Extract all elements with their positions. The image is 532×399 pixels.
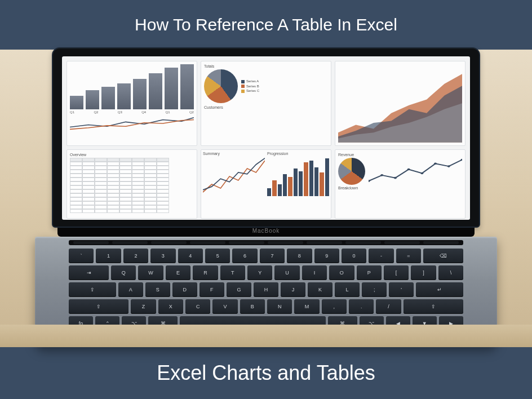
sparkline	[70, 116, 194, 131]
key: P	[357, 265, 382, 280]
pie-legend: Series A Series B Series C	[241, 79, 259, 92]
key: U	[274, 265, 299, 280]
key: H	[254, 282, 278, 297]
pie-label-1: Totals	[204, 64, 328, 68]
key: C	[185, 299, 210, 314]
key: 9	[314, 249, 339, 263]
key: ⇥	[69, 265, 109, 280]
key: Z	[131, 299, 156, 314]
header-bar: How To Reference A Table In Excel	[0, 0, 532, 50]
key: E	[166, 265, 190, 280]
key: J	[281, 282, 305, 297]
key: K	[308, 282, 333, 297]
header-title: How To Reference A Table In Excel	[135, 15, 397, 34]
pie-chart-1	[204, 69, 238, 103]
key: W	[138, 265, 163, 280]
key: M	[294, 299, 319, 314]
key: 2	[123, 249, 148, 263]
key: O	[329, 265, 354, 280]
laptop-brand-label: MacBook	[57, 228, 475, 237]
br-label-2: Breakdown	[338, 186, 462, 190]
footer-bar: Excel Charts and Tables	[0, 347, 532, 399]
panel-bar-chart: Q1Q2Q3Q4Q1Q2	[66, 61, 197, 146]
key: =	[396, 249, 421, 263]
key: ⇪	[69, 282, 116, 297]
svg-point-3	[407, 168, 410, 170]
key: ]	[411, 265, 436, 280]
key: Y	[247, 265, 272, 280]
key: 8	[287, 249, 312, 263]
key: B	[240, 299, 265, 314]
svg-point-2	[394, 177, 397, 179]
key: 0	[342, 249, 366, 263]
sheet-label: Overview	[70, 153, 194, 157]
key: 3	[150, 249, 175, 263]
key: F	[200, 282, 224, 297]
dashboard-screen: Q1Q2Q3Q4Q1Q2 Totals Series A Series B Se…	[62, 56, 470, 220]
key: X	[158, 299, 183, 314]
key: `	[69, 249, 94, 263]
svg-point-5	[434, 162, 437, 165]
bar-chart-axis: Q1Q2Q3Q4Q1Q2	[70, 110, 194, 114]
key: /	[376, 299, 401, 314]
key: I	[302, 265, 327, 280]
key: ;	[362, 282, 387, 297]
key: ↵	[416, 282, 463, 297]
svg-point-1	[380, 174, 383, 176]
keyboard: `1234567890-=⌫⇥QWERTYUIOP[]\⇪ASDFGHJKL;'…	[69, 249, 463, 331]
key: A	[118, 282, 143, 297]
key: ⌫	[423, 249, 463, 263]
laptop-screen-bezel: Q1Q2Q3Q4Q1Q2 Totals Series A Series B Se…	[52, 47, 480, 228]
br-label-1: Revenue	[338, 153, 462, 157]
panel-area-chart	[335, 61, 466, 146]
key: 4	[178, 249, 203, 263]
desk-surface	[0, 325, 532, 347]
key: \	[438, 265, 463, 280]
key: '	[389, 282, 414, 297]
key: N	[267, 299, 292, 314]
key: D	[172, 282, 197, 297]
key: 1	[96, 249, 121, 263]
touch-bar	[69, 240, 463, 245]
laptop: Q1Q2Q3Q4Q1Q2 Totals Series A Series B Se…	[41, 47, 491, 347]
key: R	[193, 265, 218, 280]
key: T	[220, 265, 245, 280]
key: V	[212, 299, 237, 314]
key: G	[227, 282, 251, 297]
key: 6	[232, 249, 257, 263]
key: Q	[111, 265, 136, 280]
panel-bottom-right: Revenue Breakdown	[335, 149, 466, 219]
panel-pie: Totals Series A Series B Series C Custom…	[201, 61, 331, 146]
area-chart	[338, 64, 462, 143]
svg-point-4	[420, 172, 423, 174]
vbars-label: Progression	[267, 152, 329, 156]
bar-chart	[70, 64, 194, 109]
key: -	[369, 249, 393, 263]
panel-vbars: Progression	[267, 152, 329, 216]
multiline-label: Summary	[203, 152, 265, 156]
panel-spreadsheet: Overview	[66, 149, 197, 219]
key: 5	[205, 249, 230, 263]
key: L	[335, 282, 360, 297]
key: ,	[322, 299, 347, 314]
spreadsheet-grid	[70, 158, 194, 213]
pie-chart-2	[338, 158, 365, 185]
key: ⇧	[404, 299, 463, 314]
multiline-chart	[203, 157, 265, 196]
pie-label-2: Customers	[204, 105, 328, 109]
panel-bottom-mid: Summary Progression	[201, 149, 331, 219]
key: ⇧	[69, 299, 128, 314]
key: 7	[260, 249, 285, 263]
panel-multiline: Summary	[203, 152, 265, 216]
line-chart-small	[369, 158, 462, 185]
key: .	[349, 299, 374, 314]
column-chart	[267, 157, 329, 196]
key: [	[384, 265, 409, 280]
key: S	[145, 282, 170, 297]
footer-title: Excel Charts and Tables	[157, 361, 375, 385]
hero-stage: Q1Q2Q3Q4Q1Q2 Totals Series A Series B Se…	[0, 50, 532, 347]
svg-point-6	[447, 165, 450, 167]
